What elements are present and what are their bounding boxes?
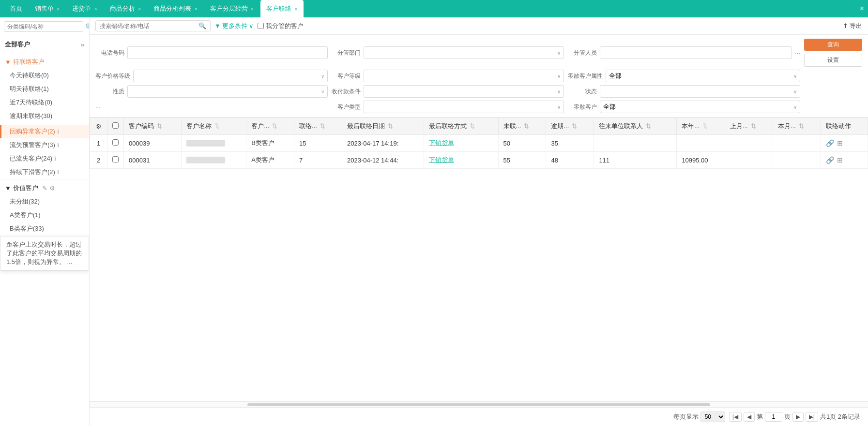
filter-nature: 性质 ∨: [95, 85, 328, 98]
sidebar-item-declining[interactable]: 持续下滑客户(2) ℹ: [0, 165, 89, 179]
sidebar-item-churn-warning[interactable]: 流失预警客户(3) ℹ: [0, 138, 89, 152]
nav-close-customer-mgmt[interactable]: ×: [251, 6, 254, 12]
col-contact-count-header[interactable]: 联络... ⇅: [294, 118, 342, 135]
retail-attr-select[interactable]: 全部 ∨: [606, 70, 800, 82]
col-overdue-header[interactable]: 逾期... ⇅: [546, 118, 594, 135]
close-app-button[interactable]: ×: [860, 4, 864, 13]
page-number-input[interactable]: [765, 412, 782, 422]
filter-more-dots-left[interactable]: ···: [95, 103, 101, 111]
payment-terms-select[interactable]: ∨: [364, 85, 564, 98]
row1-grid-icon[interactable]: ⊞: [837, 139, 843, 147]
row1-link-icon[interactable]: 🔗: [826, 139, 834, 147]
scroll-thumb[interactable]: [247, 403, 710, 406]
first-page-button[interactable]: |◀: [729, 412, 742, 422]
nav-close-sales[interactable]: ×: [57, 6, 60, 12]
col-code-label: 客户编码: [129, 122, 154, 130]
horizontal-scrollbar[interactable]: [90, 401, 868, 407]
sidebar-search-input[interactable]: [4, 21, 83, 32]
nav-item-sales[interactable]: 销售单 ×: [29, 0, 65, 17]
pagination-bar: 每页显示 50 100 200 |◀ ◀ 第 页 ▶ ▶| 共1页 2条记录: [90, 407, 868, 426]
nav-close-customer-contact[interactable]: ×: [294, 6, 297, 12]
col-contacts-header[interactable]: 往来单位联系人 ⇅: [594, 118, 677, 135]
per-page-select[interactable]: 50 100 200: [700, 411, 725, 422]
col-code-header[interactable]: 客户编码 ⇅: [124, 118, 182, 135]
col-last-contact-date-header[interactable]: 最后联络日期 ⇅: [342, 118, 424, 135]
nav-close-analysis-list[interactable]: ×: [194, 6, 197, 12]
settings-button[interactable]: 设置: [804, 54, 862, 67]
sidebar-item-ungrouped[interactable]: 未分组(32): [0, 195, 89, 208]
customer-level-select[interactable]: ∨: [364, 70, 564, 82]
sidebar-collapse-icon[interactable]: »: [81, 41, 84, 48]
col-uncontacted-header[interactable]: 未联... ⇅: [498, 118, 546, 135]
my-customers-filter: 我分管的客户: [258, 22, 304, 30]
dept-select[interactable]: ∨: [364, 46, 564, 59]
nav-home[interactable]: 首页: [4, 0, 28, 17]
sidebar-item-overdue[interactable]: 逾期未联络(30): [0, 109, 89, 123]
sidebar-item-repurchase-anomaly[interactable]: 回购异常客户(2) ℹ: [0, 125, 89, 138]
sidebar-item-class-b[interactable]: B类客户(33): [0, 222, 89, 235]
table-settings-icon[interactable]: ⚙: [96, 123, 102, 130]
filter-more-conditions[interactable]: ▼ 更多条件 ∨: [214, 22, 254, 30]
nature-select[interactable]: ∨: [127, 85, 328, 98]
row2-link-icon[interactable]: 🔗: [826, 156, 834, 164]
my-customers-checkbox[interactable]: [258, 23, 264, 29]
pagination-nav: |◀ ◀ 第 页 ▶ ▶| 共1页 2条记录: [729, 412, 860, 422]
price-level-select[interactable]: ∨: [133, 70, 328, 82]
manager-select[interactable]: [600, 46, 792, 59]
manager-dots[interactable]: ···: [795, 49, 800, 57]
nav-item-purchase[interactable]: 进货单 ×: [66, 0, 103, 17]
nav-item-analysis-list[interactable]: 商品分析列表 ×: [148, 0, 203, 17]
sidebar-search-icon[interactable]: 🔍: [85, 23, 90, 30]
col-type-header[interactable]: 客户... ⇅: [246, 118, 294, 135]
more-conditions-label: 更多条件: [222, 22, 247, 30]
content-area: 🔍 ▼ 更多条件 ∨ 我分管的客户 ⬆ 导出 电话号码: [90, 17, 868, 426]
col-this-month-header[interactable]: 本月... ⇅: [773, 118, 821, 135]
phone-input[interactable]: [127, 46, 328, 59]
row1-contact-method-link[interactable]: 下销货单: [429, 139, 454, 147]
row1-name[interactable]: [182, 135, 246, 152]
retail-customer-select[interactable]: 全部 ∨: [600, 101, 800, 113]
edit-icon-value[interactable]: ✎: [42, 185, 47, 192]
filter-search-icon[interactable]: 🔍: [198, 22, 206, 29]
export-button[interactable]: ⬆ 导出: [843, 22, 862, 30]
col-this-year-header[interactable]: 本年... ⇅: [677, 118, 725, 135]
prev-page-button[interactable]: ◀: [744, 412, 755, 422]
filter-search-box: 🔍: [95, 20, 211, 31]
row1-last-contact-method[interactable]: 下销货单: [424, 135, 499, 152]
row2-grid-icon[interactable]: ⊞: [837, 156, 843, 164]
nav-close-analysis[interactable]: ×: [138, 6, 141, 12]
last-page-button[interactable]: ▶|: [806, 412, 818, 422]
sidebar-item-tomorrow[interactable]: 明天待联络(1): [0, 82, 89, 96]
col-last-contact-method-header[interactable]: 最后联络方式 ⇅: [424, 118, 499, 135]
col-last-month-header[interactable]: 上月... ⇅: [725, 118, 773, 135]
nav-item-customer-mgmt[interactable]: 客户分层经营 ×: [204, 0, 259, 17]
sidebar-item-7days[interactable]: 近7天待联络(0): [0, 96, 89, 109]
row2-last-contact-method[interactable]: 下销货单: [424, 152, 499, 169]
export-icon: ⬆: [843, 22, 848, 29]
table-body: 1 000039 B类客户 15 2023-04-17 14:19: 下销货单: [90, 135, 868, 169]
status-select[interactable]: ∨: [600, 85, 800, 98]
col-last-contact-date-label: 最后联络日期: [347, 122, 385, 130]
sidebar-item-churned[interactable]: 已流失客户(24) ℹ: [0, 152, 89, 165]
sidebar-item-class-a[interactable]: A类客户(1): [0, 208, 89, 222]
sidebar-item-today[interactable]: 今天待联络(0): [0, 69, 89, 82]
col-settings[interactable]: ⚙: [90, 118, 107, 135]
row2-contact-method-link[interactable]: 下销货单: [429, 156, 454, 163]
price-level-label: 客户价格等级: [95, 72, 130, 80]
filter-search-input[interactable]: [100, 23, 197, 29]
select-all-checkbox[interactable]: [112, 122, 119, 129]
row1-select-checkbox[interactable]: [112, 139, 119, 146]
nav-item-customer-contact[interactable]: 客户联络 ×: [260, 0, 303, 17]
sidebar-group-pending[interactable]: ▼ 待联络客户: [0, 55, 89, 69]
next-page-button[interactable]: ▶: [792, 412, 804, 422]
row2-name[interactable]: [182, 152, 246, 169]
row2-select-checkbox[interactable]: [112, 156, 119, 162]
nav-close-purchase[interactable]: ×: [94, 6, 97, 12]
sidebar-group-value[interactable]: ▼ 价值客户 ✎ ⚙: [0, 181, 89, 195]
nav-item-analysis[interactable]: 商品分析 ×: [104, 0, 147, 17]
customer-type-select[interactable]: ∨: [364, 101, 564, 113]
info-icon-churned: ℹ: [54, 156, 56, 162]
settings-icon-value[interactable]: ⚙: [49, 185, 55, 192]
query-button[interactable]: 查询: [804, 39, 862, 51]
col-name-header[interactable]: 客户名称 ⇅: [182, 118, 246, 135]
